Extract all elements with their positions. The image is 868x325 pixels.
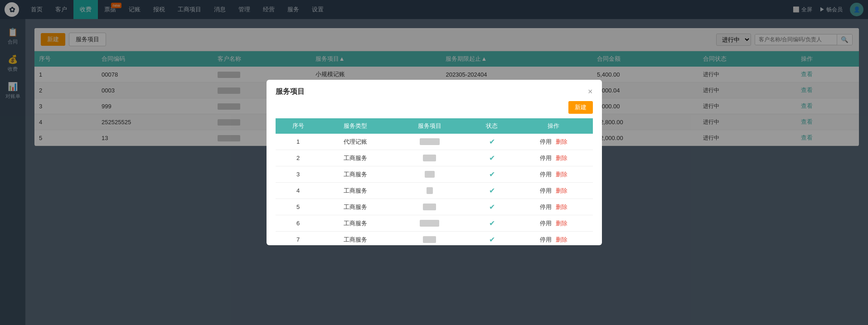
stop-button[interactable]: 停用	[540, 171, 552, 178]
stop-button[interactable]: 停用	[540, 187, 552, 194]
svcell-actions: 停用 删除	[514, 232, 592, 246]
status-check-icon: ✔	[489, 187, 495, 194]
svcell-seq: 3	[276, 166, 321, 183]
svcell-item	[390, 232, 469, 246]
svcell-item: ████1	[390, 134, 469, 150]
svcol-type: 服务类型	[321, 118, 390, 134]
modal-toolbar: 新建	[267, 101, 602, 118]
svcell-type: 工商服务	[321, 183, 390, 199]
svcell-seq: 7	[276, 232, 321, 246]
delete-button[interactable]: 删除	[556, 138, 567, 145]
svcell-status: ✔	[469, 166, 514, 183]
svcell-type: 工商服务	[321, 150, 390, 166]
status-check-icon: ✔	[489, 203, 495, 211]
svcell-actions: 停用 删除	[514, 150, 592, 166]
svcell-type: 工商服务	[321, 215, 390, 232]
svcell-status: ✔	[469, 215, 514, 232]
svcell-actions: 停用 删除	[514, 134, 592, 150]
svcell-seq: 5	[276, 199, 321, 215]
service-modal: 服务项目 × 新建 序号 服务类型 服务项目 状态 操作 1 代理记账	[267, 80, 602, 245]
delete-button[interactable]: 删除	[556, 220, 567, 227]
svcell-item	[390, 215, 469, 232]
service-table-row: 7 工商服务 ✔ 停用 删除	[276, 232, 593, 246]
svcell-seq: 4	[276, 183, 321, 199]
stop-button[interactable]: 停用	[540, 204, 552, 210]
status-check-icon: ✔	[489, 236, 495, 243]
svcell-type: 工商服务	[321, 166, 390, 183]
svcell-status: ✔	[469, 134, 514, 150]
svcell-type: 工商服务	[321, 199, 390, 215]
status-check-icon: ✔	[489, 219, 495, 227]
status-check-icon: ✔	[489, 170, 495, 178]
service-table: 序号 服务类型 服务项目 状态 操作 1 代理记账 ████1 ✔ 停用 删除 …	[276, 118, 593, 245]
modal-close-button[interactable]: ×	[588, 87, 593, 97]
delete-button[interactable]: 删除	[556, 187, 567, 194]
svcell-seq: 1	[276, 134, 321, 150]
service-table-row: 5 工商服务 ✔ 停用 删除	[276, 199, 593, 215]
service-table-row: 3 工商服务 ✔ 停用 删除	[276, 166, 593, 183]
svcell-item	[390, 150, 469, 166]
svcell-item	[390, 166, 469, 183]
service-table-row: 1 代理记账 ████1 ✔ 停用 删除	[276, 134, 593, 150]
svcell-actions: 停用 删除	[514, 183, 592, 199]
svcell-status: ✔	[469, 199, 514, 215]
svcell-status: ✔	[469, 183, 514, 199]
svcell-item	[390, 199, 469, 215]
svcol-action: 操作	[514, 118, 592, 134]
svcell-status: ✔	[469, 232, 514, 246]
svcell-seq: 6	[276, 215, 321, 232]
svcell-actions: 停用 删除	[514, 215, 592, 232]
stop-button[interactable]: 停用	[540, 138, 552, 145]
svcell-type: 代理记账	[321, 134, 390, 150]
status-check-icon: ✔	[489, 138, 495, 146]
delete-button[interactable]: 删除	[556, 171, 567, 178]
modal-title: 服务项目	[276, 87, 305, 97]
stop-button[interactable]: 停用	[540, 155, 552, 161]
delete-button[interactable]: 删除	[556, 236, 567, 243]
stop-button[interactable]: 停用	[540, 220, 552, 227]
modal-header: 服务项目 ×	[267, 80, 602, 101]
service-table-row: 2 工商服务 ✔ 停用 删除	[276, 150, 593, 166]
svcell-seq: 2	[276, 150, 321, 166]
stop-button[interactable]: 停用	[540, 236, 552, 243]
svcell-actions: 停用 删除	[514, 166, 592, 183]
svcol-item: 服务项目	[390, 118, 469, 134]
delete-button[interactable]: 删除	[556, 204, 567, 210]
svcell-item	[390, 183, 469, 199]
svcol-status: 状态	[469, 118, 514, 134]
delete-button[interactable]: 删除	[556, 155, 567, 161]
modal-body: 序号 服务类型 服务项目 状态 操作 1 代理记账 ████1 ✔ 停用 删除 …	[267, 118, 602, 245]
svcol-seq: 序号	[276, 118, 321, 134]
svcell-actions: 停用 删除	[514, 199, 592, 215]
status-check-icon: ✔	[489, 154, 495, 162]
service-table-row: 4 工商服务 ✔ 停用 删除	[276, 183, 593, 199]
svcell-type: 工商服务	[321, 232, 390, 246]
service-table-row: 6 工商服务 ✔ 停用 删除	[276, 215, 593, 232]
modal-overlay[interactable]: 服务项目 × 新建 序号 服务类型 服务项目 状态 操作 1 代理记账	[0, 0, 868, 325]
modal-new-button[interactable]: 新建	[568, 101, 593, 114]
svcell-status: ✔	[469, 150, 514, 166]
